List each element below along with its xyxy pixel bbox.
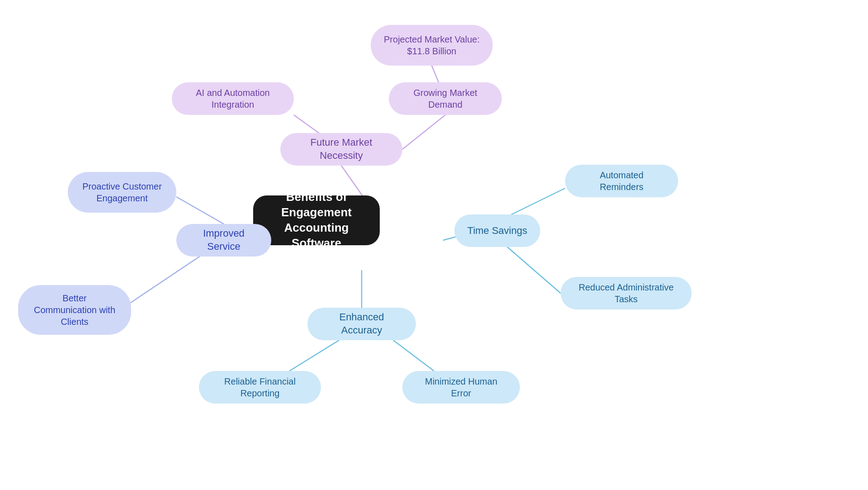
proactive-engagement-node: Proactive Customer Engagement [68, 172, 176, 213]
svg-line-2 [402, 115, 445, 149]
time-savings-node: Time Savings [454, 214, 540, 247]
ai-automation-node: AI and Automation Integration [172, 82, 294, 115]
enhanced-accuracy-node: Enhanced Accuracy [307, 308, 416, 340]
reliable-financial-node: Reliable Financial Reporting [199, 371, 321, 404]
improved-service-node: Improved Service [176, 224, 271, 257]
svg-line-11 [289, 340, 339, 371]
svg-line-5 [176, 197, 224, 224]
svg-line-7 [443, 237, 457, 240]
svg-line-9 [500, 240, 561, 293]
svg-line-12 [393, 340, 434, 371]
reduced-admin-node: Reduced Administrative Tasks [561, 277, 692, 309]
projected-market-node: Projected Market Value: $11.8 Billion [371, 25, 493, 66]
future-market-node: Future Market Necessity [280, 133, 402, 166]
better-communication-node: Better Communication with Clients [18, 285, 131, 335]
center-node: Benefits of Engagement Accounting Softwa… [253, 195, 380, 245]
minimized-error-node: Minimized Human Error [402, 371, 520, 404]
growing-market-node: Growing Market Demand [389, 82, 502, 115]
automated-reminders-node: Automated Reminders [565, 165, 678, 197]
